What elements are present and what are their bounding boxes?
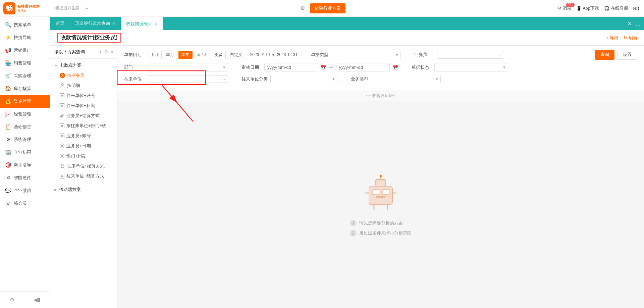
tab-window-close-icon[interactable]: ✕ <box>628 20 632 27</box>
collapse-panel-button[interactable]: « <box>110 49 113 55</box>
svg-point-0 <box>61 84 63 86</box>
sidebar-item-sales[interactable]: 🏪 销售管理 <box>0 57 50 69</box>
tab-receipt-stat[interactable]: 收款情况统计 ✕ <box>121 17 163 31</box>
tab-bank-flow[interactable]: 现金银行流水查询 ✕ <box>70 17 121 30</box>
sales-icon: 🏪 <box>5 60 11 66</box>
logo-icon: 畅 <box>3 2 15 14</box>
tab-close-receipt-stat[interactable]: ✕ <box>154 21 158 26</box>
date-tab-this-year[interactable]: 本年 <box>178 51 193 59</box>
sidebar-item-company[interactable]: 🏢 企业协同 <box>0 146 50 159</box>
unit-account-icon: ■ <box>60 93 64 98</box>
date-tab-custom[interactable]: 自定义 <box>227 51 245 59</box>
refresh-button[interactable]: ↻ 刷新 <box>624 35 637 41</box>
tree-item-salesperson-payment[interactable]: 业务员+结算方式 <box>50 111 117 121</box>
partner-label: 往来单位 <box>124 76 144 82</box>
sidebar-item-inventory[interactable]: 🏠 库存核算 <box>0 82 50 95</box>
topbar-gear-icon[interactable]: ⚙ <box>300 5 305 11</box>
sidebar-item-member[interactable]: V 畅会员 <box>0 197 50 210</box>
partner-dots-icon[interactable]: ··· <box>221 76 225 82</box>
sidebar-item-hardware[interactable]: 🖨 智能硬件 <box>0 171 50 184</box>
tree-mobile-header[interactable]: ▶ 移动端方案 <box>50 185 117 195</box>
app-logo: 畅 畅捷通好生意 标准版 <box>0 0 50 17</box>
sidebar-bottom: ⚙ ◀▮ <box>0 291 50 308</box>
tree-item-unit-date[interactable]: ■ 往来单位+日期 <box>50 101 117 111</box>
tab-home[interactable]: 首页 <box>50 17 70 30</box>
sidebar-item-operation[interactable]: 📈 经营管理 <box>0 108 50 120</box>
tab-close-bank-flow[interactable]: ✕ <box>112 21 115 26</box>
doc-status-select[interactable] <box>434 63 508 71</box>
export-button[interactable]: ↑ 导出 <box>606 35 619 41</box>
doc-type-label: 单据类型 <box>311 52 331 58</box>
partner-category-select[interactable] <box>270 75 337 83</box>
hardware-icon: 🖨 <box>5 175 11 181</box>
left-panel-title: 按以下方案查询 <box>54 49 85 55</box>
member-icon: V <box>5 200 11 206</box>
app-download-button[interactable]: 📱 App下载 <box>576 5 599 11</box>
unit-payment1-icon <box>60 163 65 169</box>
review-date-end[interactable] <box>336 63 390 71</box>
tree-item-by-detail[interactable]: 按明细 <box>50 81 117 91</box>
tree-item-unit-dept-recv[interactable]: ■ 按往来单位+部门+收... <box>50 121 117 131</box>
tree-item-salesperson-date[interactable]: 业务员+日期 <box>50 141 117 151</box>
sidebar-item-wechat[interactable]: 💬 企业微信 <box>0 184 50 197</box>
tree-item-unit-account[interactable]: ■ 往来单位+账号 <box>50 91 117 101</box>
scheme-settings-button[interactable]: ⚙ <box>104 49 108 55</box>
salesperson-input[interactable] <box>440 52 496 57</box>
sidebar-item-basic[interactable]: 📋 基础信息 <box>0 120 50 133</box>
page-header: 收款情况统计(按业务员) ↑ 导出 ↻ 刷新 <box>50 30 644 46</box>
mobile-group-arrow: ▶ <box>54 188 57 192</box>
empty-illustration <box>361 173 401 213</box>
tree-item-by-salesperson[interactable]: 人 按业务员 <box>50 70 117 81</box>
salesperson-dots-icon[interactable]: ··· <box>496 52 500 57</box>
tab-maximize-icon[interactable]: ⛶ <box>635 20 641 27</box>
user-name[interactable]: Rit <box>633 6 639 11</box>
add-scheme-button[interactable]: + <box>99 49 102 55</box>
sidebar-settings-btn[interactable]: ⚙ <box>8 295 16 305</box>
svg-rect-13 <box>376 179 386 186</box>
guide-icon: 🎯 <box>5 162 11 168</box>
partner-input[interactable] <box>151 76 221 82</box>
tree-item-unit-payment1[interactable]: 往来单位+结算方式 <box>50 161 117 171</box>
app-icon: 📱 <box>576 6 582 11</box>
svg-point-4 <box>61 164 63 166</box>
topbar-dropdown-icon[interactable]: ▾ <box>86 6 88 11</box>
doc-type-filter: 单据类型 <box>311 51 401 59</box>
doc-type-select[interactable] <box>334 51 401 59</box>
review-date-start[interactable] <box>264 63 318 71</box>
tree-item-salesperson-account[interactable]: ■ 业务员+账号 <box>50 131 117 141</box>
breadcrumb: 畅捷通好生意 <box>55 5 79 11</box>
date-tab-more[interactable]: 更多 <box>212 51 226 59</box>
desktop-group-arrow: ▼ <box>54 64 58 67</box>
date-tab-last7[interactable]: 近7天 <box>194 51 210 59</box>
query-button[interactable]: 查询 <box>595 50 614 60</box>
online-service-button[interactable]: 🎧 在线客服 <box>604 5 628 11</box>
sidebar-item-finance[interactable]: 💰 资金管理 <box>0 95 50 108</box>
date-tab-this-month[interactable]: 本月 <box>163 51 177 59</box>
sidebar-item-system[interactable]: ⚙ 系统管理 <box>0 133 50 146</box>
logo-text: 畅捷通好生意 标准版 <box>17 4 40 13</box>
salesperson-input-wrap: ··· <box>437 51 503 59</box>
trial-button[interactable]: 体验行业方案 <box>310 3 345 13</box>
date-tab-last-month[interactable]: 上月 <box>148 51 162 59</box>
sidebar-item-marketing[interactable]: 📢 营销推广 <box>0 44 50 57</box>
message-button[interactable]: ✉ 消息 99+ <box>557 5 571 11</box>
salesperson-label: 业务员 <box>414 52 434 58</box>
tree-item-dept-date[interactable]: 部门+日期 <box>50 151 117 161</box>
sidebar-item-quick-nav[interactable]: ⚡ 快捷导航 <box>0 31 50 44</box>
sidebar-collapse-btn[interactable]: ◀▮ <box>32 295 42 305</box>
collapse-bar[interactable]: ∧∧ 收起更多条件 <box>117 91 644 101</box>
biz-type-select[interactable] <box>374 75 441 83</box>
tree-desktop-header[interactable]: ▼ 电脑端方案 <box>50 60 117 70</box>
doc-status-label: 单据状态 <box>412 64 432 70</box>
svg-rect-5 <box>369 186 392 205</box>
dept-select[interactable] <box>148 63 228 71</box>
sidebar-item-guide[interactable]: 🎯 新手引导 <box>0 159 50 171</box>
review-date-end-cal[interactable]: 📅 <box>392 65 398 70</box>
review-date-start-cal[interactable]: 📅 <box>321 65 326 70</box>
tabbar-actions: ✕ ⛶ <box>628 20 644 27</box>
main-content: 畅捷通好生意 ▾ ⚙ 体验行业方案 ✉ 消息 99+ 📱 App下载 🎧 在线客… <box>50 0 644 308</box>
sidebar-item-search[interactable]: 🔍 搜索菜单 <box>0 18 50 31</box>
sidebar-item-purchase[interactable]: 🛒 采购管理 <box>0 69 50 82</box>
settings-button[interactable]: 设置 <box>617 50 637 60</box>
tree-item-unit-payment2[interactable]: ■ 往来单位+结算方式 <box>50 171 117 181</box>
